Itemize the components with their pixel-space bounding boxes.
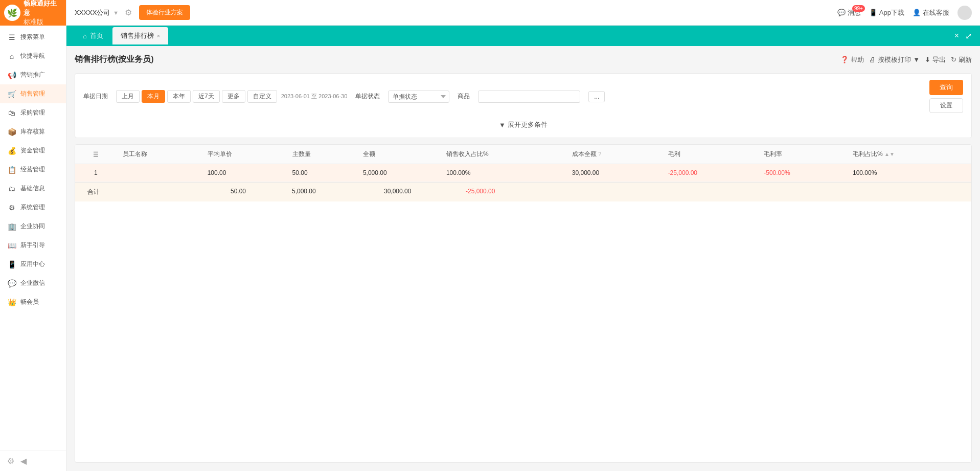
notification-btn[interactable]: 💬 消息 99+ (837, 8, 861, 17)
table-body: 1 100.00 50.00 5,000.00 100.00% 30,000.0… (75, 164, 971, 182)
sidebar-item-enterprise[interactable]: 🏢 企业协同 (0, 217, 66, 236)
sidebar-item-operations[interactable]: 📋 经营管理 (0, 160, 66, 179)
sidebar-item-marketing[interactable]: 📢 营销推广 (0, 65, 66, 84)
cell-avg-price: 100.00 (201, 164, 286, 182)
table-header-row: ☰ 员工名称 平均单价 主数量 全额 销售收入占比% 成本全额 ? 毛利 毛利率… (75, 145, 971, 164)
sidebar-label-member: 畅会员 (20, 298, 39, 306)
date-filter-label: 单据日期 (83, 92, 108, 101)
cell-amount: 5,000.00 (357, 164, 440, 182)
status-filter-label: 单据状态 (355, 92, 380, 101)
company-name: XXXXX公司 (75, 8, 110, 17)
trial-btn[interactable]: 体验行业方案 (139, 5, 190, 20)
sidebar-item-app-center[interactable]: 📱 应用中心 (0, 255, 66, 274)
goods-filter-input[interactable] (478, 91, 580, 103)
tab-sales-ranking[interactable]: 销售排行榜 × (112, 27, 168, 44)
date-btn-custom[interactable]: 自定义 (247, 90, 277, 103)
date-btn-last-month[interactable]: 上月 (116, 90, 140, 103)
print-icon: 🖨 (869, 56, 876, 63)
col-sales-pct: 销售收入占比% (440, 145, 566, 164)
sidebar-icon-app-center: 📱 (7, 260, 16, 268)
sidebar-item-base-info[interactable]: 🗂 基础信息 (0, 179, 66, 198)
sidebar-label-inventory: 库存核算 (20, 127, 45, 136)
sidebar-icon-wechat: 💬 (7, 279, 16, 287)
sidebar-settings-icon[interactable]: ⚙ (7, 456, 14, 466)
refresh-icon: ↻ (951, 56, 956, 63)
sidebar-item-quick-nav[interactable]: ⌂ 快捷导航 (0, 47, 66, 65)
sidebar-item-wechat[interactable]: 💬 企业微信 (0, 274, 66, 293)
sidebar-icon-purchase: 🛍 (7, 109, 16, 117)
query-button[interactable]: 查询 (929, 80, 963, 95)
sidebar-item-member[interactable]: 👑 畅会员 (0, 293, 66, 311)
col-amount: 全额 (357, 145, 440, 164)
export-btn[interactable]: ⬇ 导出 (925, 55, 946, 64)
sidebar-item-guide[interactable]: 📖 新手引导 (0, 236, 66, 255)
date-range-display: 2023-06-01 至 2023-06-30 (281, 93, 348, 100)
template-print-btn[interactable]: 🖨 按模板打印 ▼ (869, 55, 920, 64)
sidebar-label-base-info: 基础信息 (20, 184, 45, 193)
sidebar-icon-inventory: 📦 (7, 128, 16, 136)
help-icon: ❓ (840, 56, 849, 63)
logo-icon: 🌿 (4, 5, 20, 21)
tab-restore-icon[interactable]: ⤢ (965, 31, 972, 41)
sidebar-collapse-icon[interactable]: ◀ (20, 456, 27, 466)
app-download-icon: 📱 (869, 9, 877, 16)
summary-amount: 5,000.00 (286, 188, 347, 196)
cost-help-icon[interactable]: ? (598, 151, 601, 157)
company-selector[interactable]: XXXXX公司 ▼ (75, 8, 119, 17)
app-download-btn[interactable]: 📱 App下载 (869, 8, 904, 17)
tabbar-right: × ⤢ (954, 31, 972, 41)
app-logo: 🌿 畅康通好生意 标准版 (0, 0, 66, 26)
sidebar-icon-operations: 📋 (7, 166, 16, 174)
col-profit-pct: 毛利占比% ▲▼ (847, 145, 971, 164)
sidebar-label-guide: 新手引导 (20, 241, 45, 250)
sidebar-label-enterprise: 企业协同 (20, 222, 45, 231)
sidebar-label-system: 系统管理 (20, 203, 45, 212)
tab-close-all-icon[interactable]: × (954, 31, 959, 40)
profit-pct-sort-icon[interactable]: ▲▼ (884, 151, 895, 157)
sidebar-label-finance: 资金管理 (20, 146, 45, 155)
online-service-btn[interactable]: 👤 在线客服 (913, 8, 949, 17)
cell-name (117, 164, 201, 182)
sidebar-item-sales[interactable]: 🛒 销售管理 (0, 84, 66, 103)
home-icon: ⌂ (83, 32, 87, 40)
sidebar-label-quick-nav: 快捷导航 (20, 52, 45, 60)
sidebar-icon-finance: 💰 (7, 147, 16, 155)
status-filter-select[interactable]: 单据状态 (388, 91, 449, 103)
topbar: XXXXX公司 ▼ ⚙ 体验行业方案 💬 消息 99+ 📱 App下载 👤 在线… (66, 0, 980, 26)
main-area: XXXXX公司 ▼ ⚙ 体验行业方案 💬 消息 99+ 📱 App下载 👤 在线… (66, 0, 980, 471)
expand-more-btn[interactable]: ▼ 展开更多条件 (499, 120, 548, 129)
sidebar-item-system[interactable]: ⚙ 系统管理 (0, 198, 66, 217)
more-conditions-btn[interactable]: ... (588, 91, 605, 102)
sidebar-item-finance[interactable]: 💰 资金管理 (0, 141, 66, 160)
col-name: 员工名称 (117, 145, 201, 164)
sidebar-icon-system: ⚙ (7, 204, 16, 212)
date-btn-this-year[interactable]: 本年 (167, 90, 191, 103)
user-avatar[interactable] (958, 6, 972, 20)
sidebar-item-purchase[interactable]: 🛍 采购管理 (0, 103, 66, 122)
tab-home[interactable]: ⌂ 首页 (75, 27, 111, 44)
sidebar-footer: ⚙ ◀ (0, 451, 66, 471)
sidebar-item-inventory[interactable]: 📦 库存核算 (0, 122, 66, 141)
date-btn-this-month[interactable]: 本月 (142, 90, 165, 103)
settings-gear-icon[interactable]: ⚙ (125, 8, 132, 17)
table-row[interactable]: 1 100.00 50.00 5,000.00 100.00% 30,000.0… (75, 164, 971, 182)
settings-button[interactable]: 设置 (929, 98, 963, 113)
sidebar-icon-enterprise: 🏢 (7, 222, 16, 231)
help-btn[interactable]: ❓ 帮助 (840, 55, 864, 64)
refresh-btn[interactable]: ↻ 刷新 (951, 55, 972, 64)
sidebar-label-search: 搜索菜单 (20, 33, 45, 41)
date-filter-options: 上月 本月 本年 近7天 更多 自定义 2023-06-01 至 2023-06… (116, 90, 347, 103)
sidebar-item-search[interactable]: ☰ 搜索菜单 (0, 28, 66, 47)
sidebar-label-purchase: 采购管理 (20, 108, 45, 117)
topbar-right: 💬 消息 99+ 📱 App下载 👤 在线客服 (837, 6, 972, 20)
cell-rank: 1 (75, 164, 117, 182)
goods-filter-label: 商品 (458, 92, 470, 101)
date-btn-more[interactable]: 更多 (222, 90, 245, 103)
tab-close-icon[interactable]: × (157, 33, 160, 39)
summary-profit: -25,000.00 (460, 188, 501, 196)
cell-cost: 30,000.00 (566, 164, 662, 182)
sidebar-label-sales: 销售管理 (20, 89, 45, 98)
cell-profit: -25,000.00 (662, 164, 758, 182)
date-btn-7days[interactable]: 近7天 (193, 90, 220, 103)
sidebar-icon-quick-nav: ⌂ (7, 52, 16, 60)
